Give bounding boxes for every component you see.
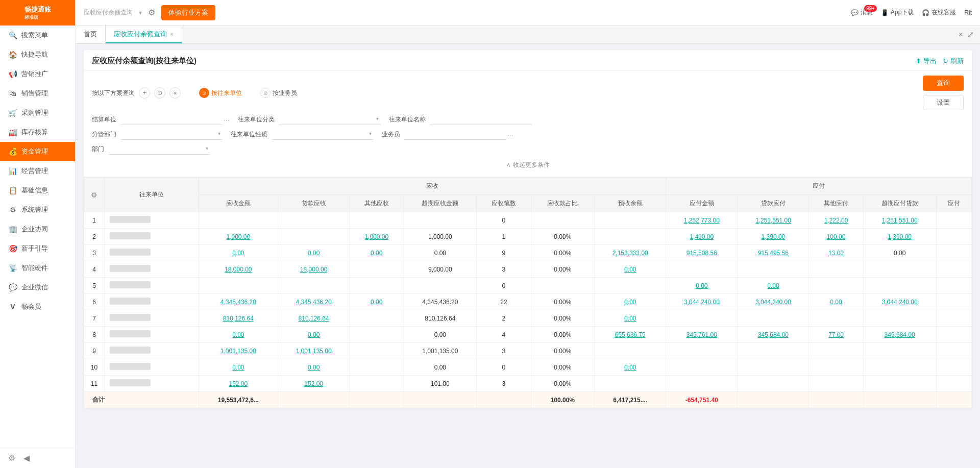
tab-home[interactable]: 首页 [76,26,106,43]
department-select-wrap [108,144,210,155]
row-ar-other[interactable]: 1,000.00 [350,229,404,245]
scheme-add-btn[interactable]: + [139,87,150,98]
row-ap-overdue[interactable]: 1,390.00 [863,229,936,245]
department-select[interactable] [108,144,210,155]
sidebar-item-search[interactable]: 🔍 搜索菜单 [0,26,75,45]
row-ar-prepay[interactable]: 0.00 [595,261,666,278]
header-app-download[interactable]: 📱 App下载 [881,8,914,17]
solution-button[interactable]: 体验行业方案 [161,5,215,20]
row-ar-other[interactable]: 0.00 [350,245,404,261]
scheme-by-partner[interactable]: ⊙ 按往来单位 [199,88,242,98]
export-button[interactable]: ⬆ 导出 [916,57,937,66]
row-ap-other[interactable]: 0.00 [809,294,863,310]
collapse-button[interactable]: ∧ 收起更多条件 [506,161,549,169]
row-ar-prepay[interactable]: 0.00 [595,294,666,310]
row-ap-loan[interactable]: 345,684.00 [738,327,809,343]
sidebar-item-system[interactable]: ⚙ 系统管理 [0,200,75,219]
partner-category-select[interactable] [279,114,381,125]
row-ar-prepay[interactable]: 0.00 [595,359,666,376]
row-ap-overdue[interactable]: 3,044,240.00 [863,294,936,310]
row-ar-loan[interactable]: 152.00 [278,376,350,392]
row-ar-loan[interactable]: 0.00 [278,245,350,261]
row-ar-loan[interactable]: 1,001,135.00 [278,343,350,359]
sidebar-settings-icon[interactable]: ⚙ [8,453,15,463]
row-ap-other[interactable]: 13.00 [809,245,863,261]
header-online-service[interactable]: 🎧 在线客服 [922,8,956,17]
row-ap-loan[interactable]: 0.00 [738,278,809,294]
row-ar-loan[interactable]: 18,000.00 [278,261,350,278]
row-ap-other[interactable]: 100.00 [809,229,863,245]
row-ar-prepay[interactable]: 655,636.75 [595,327,666,343]
row-no: 9 [84,343,105,359]
sidebar-item-sales[interactable]: 🛍 销售管理 [0,84,75,103]
refresh-button[interactable]: ↻ 刷新 [943,57,964,66]
sidebar-item-purchase[interactable]: 🛒 采购管理 [0,103,75,122]
sidebar-item-finance[interactable]: 💰 资金管理 [0,142,75,161]
scheme-edit-btn[interactable]: ⊙ [154,87,165,98]
window-close-icon[interactable]: × [959,30,963,39]
row-ap-amount[interactable]: 3,044,240.00 [666,294,738,310]
tab-close-icon[interactable]: × [170,31,174,38]
table-settings-icon[interactable]: ⚙ [91,191,97,199]
partner-name-input[interactable] [430,114,532,125]
scheme-collapse-btn[interactable]: « [169,87,181,98]
row-ar-amount[interactable]: 0.00 [199,327,278,343]
settlement-unit-input[interactable] [120,114,223,125]
sidebar-item-corp[interactable]: 🏢 企业协同 [0,219,75,239]
header-message[interactable]: 💬 消息 99+ [851,8,873,17]
row-ar-amount[interactable]: 4,345,436.20 [199,294,278,310]
th-settings[interactable]: ⚙ [84,178,105,212]
row-ap-amount[interactable]: 0.00 [666,278,738,294]
row-ap-amount[interactable]: 345,761.00 [666,327,738,343]
row-ap-loan[interactable]: 915,495.56 [738,245,809,261]
header-username[interactable]: Rit [964,9,972,16]
sidebar-item-inventory[interactable]: 🏭 库存核算 [0,122,75,142]
sidebar-item-base[interactable]: 📋 基础信息 [0,181,75,200]
query-button[interactable]: 查询 [923,76,964,91]
row-ar-loan[interactable]: 810,126.64 [278,310,350,327]
sidebar-item-member[interactable]: V 畅会员 [0,297,75,316]
row-ar-loan[interactable]: 4,345,436.20 [278,294,350,310]
row-ap-loan[interactable]: 3,044,240.00 [738,294,809,310]
scheme-by-salesman[interactable]: ⊙ 按业务员 [260,88,297,98]
dept-select[interactable] [120,129,223,140]
row-ar-amount[interactable]: 0.00 [199,245,278,261]
header-chevron-icon[interactable]: ▾ [139,9,142,16]
row-ap-other[interactable]: 1,222.00 [809,212,863,229]
row-ap-overdue[interactable]: 1,251,551.00 [863,212,936,229]
row-ap-amount[interactable]: 1,490.00 [666,229,738,245]
row-ar-amount[interactable]: 0.00 [199,359,278,376]
row-ar-amount[interactable]: 810,126.64 [199,310,278,327]
sidebar-item-quicknav[interactable]: 🏠 快捷导航 [0,45,75,64]
row-ar-prepay[interactable]: 0.00 [595,310,666,327]
row-ar-loan[interactable]: 0.00 [278,327,350,343]
row-ar-amount[interactable]: 152.00 [199,376,278,392]
settlement-unit-dots[interactable]: ··· [224,116,230,124]
row-ar-amount[interactable]: 1,001,135.00 [199,343,278,359]
row-ap-amount[interactable]: 1,252,773.00 [666,212,738,229]
row-ar-amount[interactable]: 18,000.00 [199,261,278,278]
tab-active[interactable]: 应收应付余额查询 × [106,26,182,43]
row-ar-amount[interactable]: 1,000.00 [199,229,278,245]
sidebar-item-wechat[interactable]: 💬 企业微信 [0,278,75,297]
sidebar-collapse-icon[interactable]: ◀ [23,453,30,463]
row-ap-overdue[interactable]: 345,684.00 [863,327,936,343]
row-ap-loan[interactable]: 1,251,551.00 [738,212,809,229]
salesman-dots[interactable]: ··· [507,131,513,139]
row-ar-loan[interactable]: 0.00 [278,359,350,376]
sidebar-item-hardware[interactable]: 📡 智能硬件 [0,258,75,278]
footer-ar-prepay: 6,417,215.... [595,392,666,408]
row-ap-other[interactable]: 77.00 [809,327,863,343]
row-ar-other[interactable]: 0.00 [350,294,404,310]
sidebar-item-newbie[interactable]: 🎯 新手引导 [0,239,75,258]
window-expand-icon[interactable]: ⤢ [967,30,974,39]
partner-nature-select[interactable] [272,129,374,140]
row-ap-loan[interactable]: 1,390.00 [738,229,809,245]
row-ap-amount[interactable]: 915,508.56 [666,245,738,261]
sidebar-item-marketing[interactable]: 📢 营销推广 [0,64,75,84]
salesman-input[interactable] [404,129,506,140]
sidebar-item-operation[interactable]: 📊 经营管理 [0,161,75,181]
row-ar-prepay[interactable]: 2,153,333.00 [595,245,666,261]
header-gear-icon[interactable]: ⚙ [148,8,155,17]
settings-button[interactable]: 设置 [923,95,964,110]
